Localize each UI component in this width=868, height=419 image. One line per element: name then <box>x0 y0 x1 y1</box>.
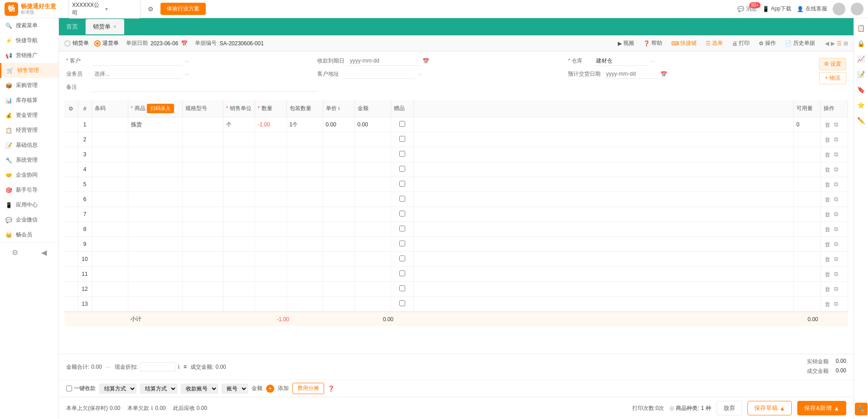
sale-order-radio[interactable]: 销货单 <box>64 39 89 47</box>
row-price-cell[interactable] <box>323 267 354 282</box>
discard-button[interactable]: 放弃 <box>717 401 742 415</box>
sidebar-item-purchase[interactable]: 📦 采购管理 <box>0 78 58 93</box>
row-notes-cell[interactable] <box>413 192 794 207</box>
row-gift-cell[interactable] <box>391 207 413 222</box>
row-qty-cell[interactable] <box>255 192 286 207</box>
save-new-button[interactable]: 保存&新增 ▲ <box>797 401 846 415</box>
row-product-cell[interactable] <box>128 192 182 207</box>
delete-row-icon[interactable]: 🗑 <box>824 285 831 294</box>
row-gift-cell[interactable] <box>391 147 413 162</box>
row-qty-cell[interactable]: -1.00 <box>255 117 286 132</box>
row-price-cell[interactable]: 0.00 <box>323 117 354 132</box>
row-notes-cell[interactable] <box>413 177 794 192</box>
row-pack-cell[interactable] <box>286 252 323 267</box>
row-qty-cell[interactable] <box>255 282 286 297</box>
row-barcode-cell[interactable] <box>92 252 128 267</box>
row-pack-cell[interactable] <box>286 162 323 177</box>
gift-checkbox[interactable] <box>399 151 405 157</box>
row-qty-cell[interactable] <box>255 177 286 192</box>
sidebar-item-wechat[interactable]: 💬 企业微信 <box>0 212 58 227</box>
row-spec-cell[interactable] <box>182 237 223 252</box>
row-price-cell[interactable] <box>323 282 354 297</box>
row-gift-cell[interactable] <box>391 162 413 177</box>
row-qty-cell[interactable] <box>255 222 286 237</box>
row-barcode-cell[interactable] <box>92 297 128 312</box>
salesperson-more-icon[interactable]: ··· <box>185 72 189 77</box>
right-panel-note-icon[interactable]: 📝 <box>855 68 868 81</box>
salesperson-input[interactable] <box>92 69 182 79</box>
return-order-radio[interactable]: 退货单 <box>94 39 119 47</box>
row-unit-cell[interactable] <box>223 282 255 297</box>
copy-row-icon[interactable]: ⧉ <box>833 150 839 159</box>
row-price-cell[interactable] <box>323 252 354 267</box>
row-pack-cell[interactable] <box>286 282 323 297</box>
gift-checkbox[interactable] <box>399 300 405 306</box>
delete-row-icon[interactable]: 🗑 <box>824 300 831 308</box>
settlement-method-select[interactable]: 结算方式 <box>140 384 177 394</box>
row-notes-cell[interactable] <box>413 132 794 147</box>
row-pack-cell[interactable]: 1个 <box>286 117 323 132</box>
right-panel-lock-icon[interactable]: 🔒 <box>855 37 868 50</box>
delete-row-icon[interactable]: 🗑 <box>824 225 831 234</box>
row-price-cell[interactable] <box>323 132 354 147</box>
account-name-select[interactable]: 账号 <box>222 384 248 394</box>
delete-row-icon[interactable]: 🗑 <box>824 270 831 279</box>
gift-checkbox[interactable] <box>399 166 405 172</box>
copy-row-icon[interactable]: ⧉ <box>833 270 839 279</box>
delete-row-icon[interactable]: 🗑 <box>824 255 831 264</box>
row-notes-cell[interactable] <box>413 147 794 162</box>
gift-checkbox[interactable] <box>399 285 405 291</box>
right-panel-active-icon[interactable]: 🔧 <box>855 403 868 415</box>
row-spec-cell[interactable] <box>182 192 223 207</box>
app-download-button[interactable]: 📱 App下载 <box>762 5 791 13</box>
right-panel-form-icon[interactable]: 📋 <box>855 22 868 34</box>
row-unit-cell[interactable] <box>223 252 255 267</box>
row-pack-cell[interactable] <box>286 207 323 222</box>
row-barcode-cell[interactable] <box>92 282 128 297</box>
sidebar-item-marketing[interactable]: 📢 营销推广 <box>0 48 58 63</box>
history-button[interactable]: 📄 历史单据 <box>782 38 818 48</box>
row-barcode-cell[interactable] <box>92 132 128 147</box>
delete-row-icon[interactable]: 🗑 <box>824 150 831 159</box>
row-product-cell[interactable] <box>128 252 182 267</box>
row-gift-cell[interactable] <box>391 222 413 237</box>
row-barcode-cell[interactable] <box>92 192 128 207</box>
row-gift-cell[interactable] <box>391 132 413 147</box>
row-spec-cell[interactable] <box>182 207 223 222</box>
row-spec-cell[interactable] <box>182 297 223 312</box>
customer-addr-input[interactable] <box>343 69 415 79</box>
add-payment-button[interactable]: + <box>266 385 274 393</box>
select-button[interactable]: ☰ 选单 <box>703 38 726 48</box>
row-product-cell[interactable]: 拣货 <box>128 117 182 132</box>
warehouse-input[interactable] <box>593 56 648 66</box>
row-notes-cell[interactable] <box>413 207 794 222</box>
row-spec-cell[interactable] <box>182 147 223 162</box>
account-select[interactable]: 收款账号 <box>181 384 218 394</box>
row-price-cell[interactable] <box>323 207 354 222</box>
row-qty-cell[interactable] <box>255 207 286 222</box>
copy-row-icon[interactable]: ⧉ <box>833 195 839 204</box>
message-button[interactable]: 💬 消息 99+ <box>737 5 757 13</box>
grid-view-icon[interactable]: ⊞ <box>844 40 848 47</box>
operation-button[interactable]: ⚙ 操作 <box>756 38 779 48</box>
row-gift-cell[interactable] <box>391 297 413 312</box>
delete-row-icon[interactable]: 🗑 <box>824 120 831 129</box>
row-notes-cell[interactable] <box>413 252 794 267</box>
due-date-input[interactable] <box>347 56 420 66</box>
row-gift-cell[interactable] <box>391 267 413 282</box>
scan-button[interactable]: 扫码录入 <box>147 104 174 113</box>
copy-row-icon[interactable]: ⧉ <box>833 120 839 129</box>
row-barcode-cell[interactable] <box>92 147 128 162</box>
copy-row-icon[interactable]: ⧉ <box>833 255 839 264</box>
row-product-cell[interactable] <box>128 282 182 297</box>
sidebar-item-inventory[interactable]: 📊 库存核算 <box>0 93 58 108</box>
gift-checkbox[interactable] <box>399 121 405 127</box>
row-barcode-cell[interactable] <box>92 162 128 177</box>
row-pack-cell[interactable] <box>286 132 323 147</box>
row-unit-cell[interactable]: 个 <box>223 117 255 132</box>
row-pack-cell[interactable] <box>286 237 323 252</box>
row-qty-cell[interactable] <box>255 252 286 267</box>
row-gift-cell[interactable] <box>391 252 413 267</box>
video-button[interactable]: ▶ 视频 <box>615 38 637 48</box>
copy-row-icon[interactable]: ⧉ <box>833 180 839 189</box>
